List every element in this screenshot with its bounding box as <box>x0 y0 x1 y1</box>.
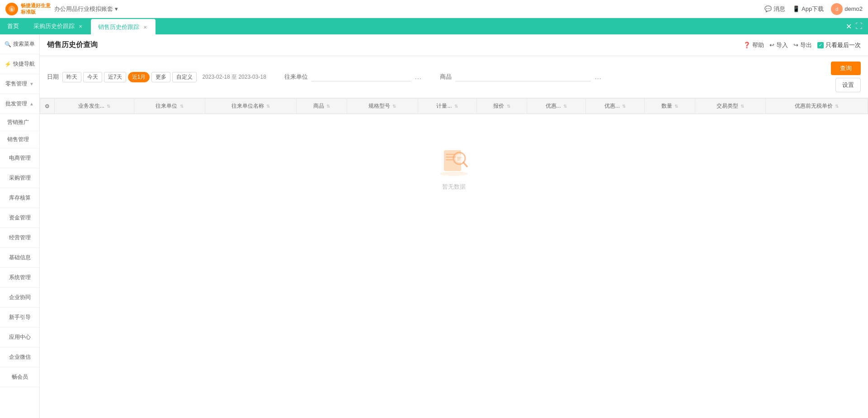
chevron-up-icon: ▲ <box>29 101 34 106</box>
sidebar-item-quick-nav[interactable]: ⚡ 快捷导航 <box>0 54 39 74</box>
empty-state: 暂无数据 <box>40 114 868 218</box>
filter-row: 日期 昨天 今天 近7天 近1月 更多 自定义 2023-02-18 至 202… <box>47 62 861 92</box>
page-header: 销售历史价查询 ❓ 帮助 ↩ 导入 ↪ 导出 只看最后一次 <box>40 34 868 56</box>
chevron-down-icon: ▾ <box>115 5 118 12</box>
maximize-icon[interactable]: ⛶ <box>855 22 863 30</box>
export-button[interactable]: ↪ 导出 <box>793 41 812 49</box>
svg-text:6: 6 <box>10 7 13 11</box>
goods-picker-icon[interactable]: … <box>594 73 602 81</box>
header-left: 6 畅捷通好生意 标准版 办公用品行业模拟账套 ▾ <box>5 3 118 15</box>
sidebar-item-cooperation[interactable]: 企业协同 <box>0 288 39 308</box>
sort-icon: ⇅ <box>326 104 330 109</box>
sidebar-item-system[interactable]: 系统管理 <box>0 268 39 288</box>
only-last-checkbox[interactable]: 只看最后一次 <box>817 41 861 49</box>
message-icon: 💬 <box>764 5 772 12</box>
user-menu[interactable]: d demo2 <box>831 3 863 15</box>
date-btn-1month[interactable]: 近1月 <box>128 72 150 82</box>
date-label: 日期 <box>47 73 59 81</box>
th-quoted-price[interactable]: 报价 ⇅ <box>476 99 527 114</box>
tab-close-purchase[interactable]: ✕ <box>77 23 84 29</box>
counterparty-picker-icon[interactable]: … <box>415 73 422 81</box>
empty-text: 暂无数据 <box>442 183 466 191</box>
empty-icon <box>436 141 472 177</box>
settings-icon[interactable]: ⚙ <box>45 103 50 109</box>
sort-icon: ⇅ <box>741 104 744 109</box>
import-button[interactable]: ↩ 导入 <box>769 41 788 49</box>
sidebar-item-marketing[interactable]: 营销推广 <box>0 114 39 131</box>
th-counterparty-name[interactable]: 往来单位名称 ⇅ <box>205 99 297 114</box>
th-goods[interactable]: 商品 ⇅ <box>297 99 347 114</box>
svg-rect-12 <box>457 160 460 161</box>
th-discount1[interactable]: 优惠... ⇅ <box>527 99 585 114</box>
import-icon: ↩ <box>769 42 774 48</box>
svg-point-2 <box>440 171 467 176</box>
date-btn-more[interactable]: 更多 <box>151 72 170 82</box>
logo-area: 6 畅捷通好生意 标准版 <box>5 3 51 15</box>
goods-input[interactable] <box>455 72 591 81</box>
help-button[interactable]: ❓ 帮助 <box>743 41 764 49</box>
th-counterparty-code[interactable]: 往来单位 ⇅ <box>134 99 205 114</box>
table-header-row: ⚙ 业务发生... ⇅ 往来单位 ⇅ 往来单位名称 ⇅ 商品 ⇅ <box>40 99 868 114</box>
sidebar-item-operations[interactable]: 经营管理 <box>0 228 39 248</box>
date-btn-custom[interactable]: 自定义 <box>172 72 197 82</box>
tab-close-sales[interactable]: ✕ <box>142 24 148 30</box>
sort-icon: ⇅ <box>675 104 678 109</box>
sidebar-item-retail[interactable]: 零售管理 ▼ <box>0 74 39 94</box>
th-discount2[interactable]: 优惠... ⇅ <box>586 99 645 114</box>
content-area: 销售历史价查询 ❓ 帮助 ↩ 导入 ↪ 导出 只看最后一次 <box>40 34 868 418</box>
sidebar-item-app-center[interactable]: 应用中心 <box>0 328 39 347</box>
export-icon: ↪ <box>793 42 798 48</box>
tab-bar-actions: ✕ ⛶ <box>840 22 868 31</box>
sort-icon: ⇅ <box>454 104 458 109</box>
message-button[interactable]: 💬 消息 <box>764 5 785 13</box>
sort-icon: ⇅ <box>180 104 184 109</box>
counterparty-input[interactable] <box>311 72 411 81</box>
date-btn-today[interactable]: 今天 <box>83 72 102 82</box>
company-dropdown[interactable]: 办公用品行业模拟账套 ▾ <box>54 5 118 13</box>
th-quantity[interactable]: 数量 ⇅ <box>645 99 695 114</box>
table-area: ⚙ 业务发生... ⇅ 往来单位 ⇅ 往来单位名称 ⇅ 商品 ⇅ <box>40 98 868 418</box>
sidebar-item-sales-mgmt[interactable]: 销售管理 <box>0 131 39 148</box>
filter-buttons: 查询 设置 <box>831 62 861 92</box>
close-tab-icon[interactable]: ✕ <box>846 22 852 31</box>
th-trade-type[interactable]: 交易类型 ⇅ <box>695 99 766 114</box>
app-download-button[interactable]: 📱 App下载 <box>793 5 824 13</box>
sort-icon: ⇅ <box>835 104 839 109</box>
th-unit[interactable]: 计量... ⇅ <box>418 99 476 114</box>
sort-icon: ⇅ <box>392 104 396 109</box>
tab-purchase-history[interactable]: 采购历史价跟踪 ✕ <box>26 18 91 34</box>
sidebar-item-newbie[interactable]: 新手引导 <box>0 308 39 328</box>
page-title: 销售历史价查询 <box>47 40 98 50</box>
logo-icon: 6 <box>5 3 18 15</box>
sidebar-item-finance[interactable]: 资金管理 <box>0 208 39 228</box>
sidebar-item-purchase[interactable]: 采购管理 <box>0 168 39 188</box>
sort-icon: ⇅ <box>507 104 510 109</box>
svg-rect-6 <box>446 159 453 161</box>
tab-sales-history[interactable]: 销售历史价跟踪 ✕ <box>91 19 156 35</box>
sidebar-item-enterprise-wechat[interactable]: 企业微信 <box>0 347 39 367</box>
sidebar-item-ecom[interactable]: 电商管理 <box>0 148 39 168</box>
sidebar-item-basic-info[interactable]: 基础信息 <box>0 248 39 268</box>
sidebar-item-wholesale[interactable]: 批发管理 ▲ <box>0 94 39 114</box>
chevron-down-icon: ▼ <box>29 81 34 86</box>
query-button[interactable]: 查询 <box>831 62 861 75</box>
download-icon: 📱 <box>793 5 800 12</box>
sort-icon: ⇅ <box>563 104 567 109</box>
settings-button[interactable]: 设置 <box>835 78 861 92</box>
sidebar-item-vip[interactable]: 畅会员 <box>0 367 39 387</box>
date-btn-7days[interactable]: 近7天 <box>104 72 126 82</box>
tab-home[interactable]: 首页 <box>0 18 26 34</box>
sidebar-item-inventory[interactable]: 库存核算 <box>0 188 39 208</box>
logo-svg: 6 <box>8 5 16 13</box>
main-layout: 🔍 搜索菜单 ⚡ 快捷导航 零售管理 ▼ 批发管理 ▲ 营销推广 销售管理 电商… <box>0 34 868 418</box>
sidebar-item-search-menu[interactable]: 🔍 搜索菜单 <box>0 34 39 54</box>
svg-rect-4 <box>446 154 455 155</box>
th-biz-date[interactable]: 业务发生... ⇅ <box>55 99 134 114</box>
date-btn-yesterday[interactable]: 昨天 <box>62 72 81 82</box>
svg-rect-10 <box>457 157 462 158</box>
th-spec[interactable]: 规格型号 ⇅ <box>347 99 418 114</box>
page-header-actions: ❓ 帮助 ↩ 导入 ↪ 导出 只看最后一次 <box>743 41 861 49</box>
tab-bar: 首页 采购历史价跟踪 ✕ 销售历史价跟踪 ✕ ✕ ⛶ <box>0 18 868 34</box>
help-icon: ❓ <box>743 42 750 48</box>
th-pretax-price[interactable]: 优惠前无税单价 ⇅ <box>766 99 868 114</box>
